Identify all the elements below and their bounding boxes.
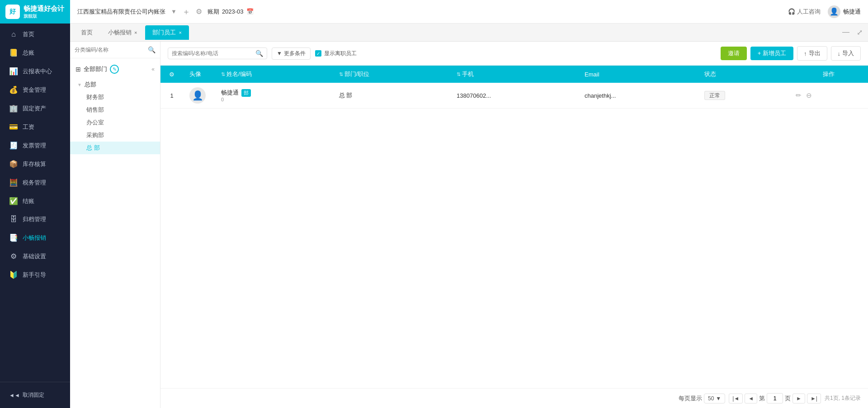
- th-dept[interactable]: ⇅ 部门/职位: [333, 66, 451, 83]
- avatar: 👤: [828, 5, 840, 18]
- app-title: 畅捷通好会计: [24, 5, 64, 13]
- sidebar: 好 畅捷通好会计 旗舰版 ⌂ 首页 📒 总账 📊 云报表中心 💰 资金管理 🏢 …: [0, 0, 70, 408]
- all-departments[interactable]: ⊞ 全部部门 ✎ «: [70, 62, 160, 76]
- pagination: 每页显示 50 ▼ |◄ ◄ 第 页 ► ►| 共1页, 1条记录: [160, 388, 868, 408]
- period-display: 账期 2023-03 📅: [208, 8, 254, 16]
- import-button[interactable]: ↓ 导入: [831, 46, 861, 61]
- sidebar-item-label: 结账: [23, 197, 34, 205]
- sidebar-item-tax[interactable]: 🧮 税务管理: [0, 173, 70, 192]
- sidebar-item-reports[interactable]: 📊 云报表中心: [0, 62, 70, 81]
- edit-dept-button[interactable]: ✎: [110, 65, 119, 74]
- tab-home[interactable]: 首页: [74, 25, 100, 40]
- th-settings[interactable]: ⚙: [160, 66, 183, 83]
- sidebar-item-label: 新手引导: [23, 271, 46, 279]
- dept-search-icon[interactable]: 🔍: [148, 46, 156, 53]
- disable-employee-button[interactable]: ⊖: [806, 91, 812, 100]
- sidebar-item-inventory[interactable]: 📦 库存核算: [0, 155, 70, 173]
- sidebar-item-label: 固定资产: [23, 104, 46, 113]
- calendar-icon[interactable]: 📅: [246, 8, 254, 15]
- archive-icon: 🗄: [9, 215, 18, 223]
- show-resigned-toggle[interactable]: ✓ 显示离职员工: [315, 50, 357, 57]
- employee-phone: 138070602...: [457, 92, 491, 99]
- avatar-person-icon: 👤: [192, 90, 203, 101]
- toolbar-actions: 邀请 + 新增员工 ↑ 导出 ↓ 导入: [721, 46, 861, 61]
- sidebar-item-ledger[interactable]: 📒 总账: [0, 43, 70, 62]
- topbar: 江西服宝精品有限责任公司内账张 ▼ ＋ ⚙ 账期 2023-03 📅 🎧 人工咨…: [70, 0, 868, 24]
- row-phone-cell: 138070602...: [450, 83, 578, 109]
- edit-employee-button[interactable]: ✏: [796, 91, 802, 100]
- tab-home-label: 首页: [81, 28, 93, 37]
- export-button[interactable]: ↑ 导出: [797, 46, 827, 61]
- action-icons: ✏ ⊖: [796, 91, 862, 100]
- employee-email: chanjethkj...: [585, 92, 616, 99]
- last-page-button[interactable]: ►|: [807, 394, 821, 403]
- sidebar-item-invoice[interactable]: 🧾 发票管理: [0, 136, 70, 155]
- sidebar-item-label: 库存核算: [23, 160, 46, 168]
- prev-page-button[interactable]: ◄: [745, 394, 757, 403]
- dept-zongbu[interactable]: 总部: [70, 78, 160, 91]
- main-area: 江西服宝精品有限责任公司内账张 ▼ ＋ ⚙ 账期 2023-03 📅 🎧 人工咨…: [70, 0, 868, 408]
- first-page-button[interactable]: |◄: [729, 394, 743, 403]
- service-button[interactable]: 🎧 人工咨询: [788, 8, 821, 16]
- sidebar-item-funds[interactable]: 💰 资金管理: [0, 81, 70, 99]
- minimize-button[interactable]: —: [840, 26, 851, 38]
- sidebar-item-salary[interactable]: 💳 工资: [0, 118, 70, 136]
- employee-search-box: 🔍: [168, 47, 267, 59]
- th-email: Email: [578, 66, 698, 83]
- tab-expense-close[interactable]: ×: [134, 30, 137, 35]
- company-settings-icon[interactable]: ⚙: [196, 7, 202, 16]
- dept-search-bar: 🔍: [70, 42, 160, 58]
- filter-label: 更多条件: [284, 50, 306, 57]
- th-phone[interactable]: ⇅ 手机: [450, 66, 578, 83]
- sidebar-item-expense[interactable]: 📑 小畅报销: [0, 228, 70, 247]
- next-page-button[interactable]: ►: [793, 394, 805, 403]
- sort-phone-icon: ⇅: [457, 71, 462, 77]
- th-action: 操作: [789, 66, 868, 83]
- th-name[interactable]: ⇅ 姓名/编码: [215, 66, 333, 83]
- service-label: 人工咨询: [797, 8, 821, 16]
- tab-expense[interactable]: 小畅报销 ×: [101, 25, 144, 40]
- content-area: 🔍 ⊞ 全部部门 ✎ « 总部 财务部 销售部 办公室 采购部 总 部: [70, 42, 868, 408]
- page-size-dropdown[interactable]: 50 ▼: [704, 394, 725, 403]
- sidebar-item-settings[interactable]: ⚙ 基础设置: [0, 247, 70, 266]
- employee-search-icon[interactable]: 🔍: [255, 50, 263, 57]
- tab-employees[interactable]: 部门员工 ×: [145, 25, 189, 40]
- status-badge: 正常: [704, 91, 725, 100]
- sidebar-item-home[interactable]: ⌂ 首页: [0, 25, 70, 43]
- table-header-row: ⚙ 头像 ⇅ 姓名/编码 ⇅ 部门/职位 ⇅ 手机 Email 状态 操作: [160, 66, 868, 83]
- sidebar-item-label: 工资: [23, 123, 34, 131]
- dept-sales[interactable]: 销售部: [70, 104, 160, 116]
- tab-employees-close[interactable]: ×: [179, 30, 181, 35]
- import-label: 导入: [842, 49, 854, 57]
- sidebar-item-archive[interactable]: 🗄 归档管理: [0, 210, 70, 228]
- tax-icon: 🧮: [9, 178, 18, 187]
- company-dropdown-icon[interactable]: ▼: [171, 8, 177, 15]
- cancel-pin-button[interactable]: ◄◄ 取消固定: [0, 387, 70, 403]
- dept-finance[interactable]: 财务部: [70, 91, 160, 104]
- row-avatar-cell: 👤: [183, 83, 215, 109]
- sidebar-item-assets[interactable]: 🏢 固定资产: [0, 99, 70, 118]
- page-input[interactable]: [767, 393, 783, 403]
- invite-button[interactable]: 邀请: [721, 47, 747, 60]
- add-company-icon[interactable]: ＋: [182, 6, 190, 17]
- sidebar-item-label: 税务管理: [23, 179, 46, 187]
- show-resigned-checkbox[interactable]: ✓: [315, 50, 321, 57]
- employee-search-input[interactable]: [172, 50, 254, 57]
- employee-panel: 🔍 ▼ 更多条件 ✓ 显示离职员工 邀请 + 新增员工 ↑ 导出: [160, 42, 868, 408]
- dept-office[interactable]: 办公室: [70, 116, 160, 129]
- user-menu[interactable]: 👤 畅捷通: [828, 5, 861, 18]
- dept-badge: 部: [241, 89, 251, 97]
- dept-purchase[interactable]: 采购部: [70, 129, 160, 142]
- row-action-cell: ✏ ⊖: [789, 83, 868, 109]
- page-di-label: 第: [759, 394, 765, 403]
- dept-general[interactable]: 总 部: [70, 142, 160, 154]
- more-filter-button[interactable]: ▼ 更多条件: [272, 47, 311, 60]
- sort-dept-icon: ⇅: [339, 71, 344, 77]
- expand-button[interactable]: ⤢: [855, 26, 864, 38]
- add-employee-button[interactable]: + 新增员工: [750, 47, 793, 60]
- sidebar-item-guide[interactable]: 🔰 新手引导: [0, 266, 70, 284]
- row-email-cell: chanjethkj...: [578, 83, 698, 109]
- tab-bar: 首页 小畅报销 × 部门员工 × — ⤢: [70, 24, 868, 42]
- sidebar-item-checkout[interactable]: ✅ 结账: [0, 192, 70, 210]
- dept-search-input[interactable]: [75, 47, 146, 53]
